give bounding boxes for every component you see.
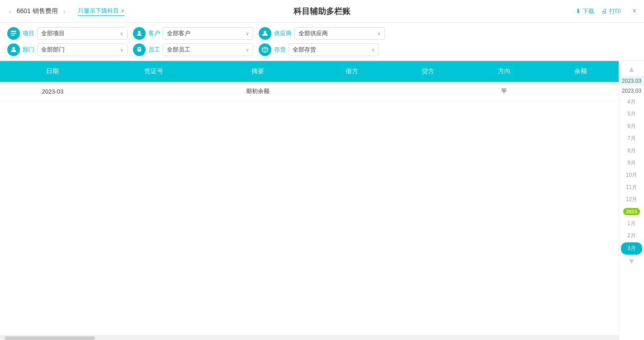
customer-icon: [133, 27, 146, 40]
col-voucher: 凭证号: [105, 61, 202, 82]
show-sub-label: 只显示下级科目: [78, 7, 119, 15]
main-content: 日期 凭证号 摘要 借方 贷方 方向 余额 2023-03: [0, 61, 644, 340]
filter-item-customer: 客户 全部客户 ∨: [133, 27, 253, 40]
col-debit: 借方: [313, 61, 390, 82]
filter-item-supplier: 供应商 全部供应商 ∨: [259, 27, 385, 40]
download-label: 下载: [582, 7, 594, 15]
timeline-month-9[interactable]: 9月: [619, 157, 644, 169]
project-label: 项目: [23, 29, 34, 38]
print-button[interactable]: 🖨 打印: [601, 7, 621, 15]
svg-rect-0: [11, 31, 16, 32]
project-icon: [7, 27, 20, 40]
main-window: ‹ 6601 销售费用 › 只显示下级科目 ∨ 科目辅助多栏账 ⬇ 下载 🖨 打…: [0, 0, 644, 340]
table-container[interactable]: 日期 凭证号 摘要 借方 贷方 方向 余额 2023-03: [0, 61, 619, 335]
show-sub-button[interactable]: 只显示下级科目 ∨: [78, 7, 124, 16]
filter-item-department: 部门 全部部门 ∨: [7, 43, 128, 56]
data-table: 日期 凭证号 摘要 借方 贷方 方向 余额 2023-03: [0, 61, 619, 101]
nav-prev-button[interactable]: ‹: [7, 7, 13, 16]
inventory-value: 全部存货: [293, 46, 316, 54]
department-label: 部门: [23, 46, 34, 54]
inventory-select[interactable]: 全部存货 ∨: [289, 43, 379, 56]
timeline-month-6[interactable]: 6月: [619, 120, 644, 132]
customer-select[interactable]: 全部客户 ∨: [163, 27, 253, 40]
inventory-label: 存货: [274, 46, 286, 54]
cell-debit: [313, 82, 390, 101]
svg-point-3: [264, 31, 266, 33]
supplier-select[interactable]: 全部供应商 ∨: [294, 27, 385, 40]
employee-value: 全部员工: [167, 46, 190, 54]
customer-value: 全部客户: [167, 29, 190, 38]
table-row: 2023-03 期初余额 平: [0, 82, 619, 101]
employee-icon: [133, 43, 146, 56]
department-chevron-icon: ∨: [120, 47, 123, 53]
timeline-month-1[interactable]: 1月: [619, 217, 644, 230]
svg-point-4: [12, 47, 15, 50]
customer-chevron-icon: ∨: [246, 31, 249, 37]
filter-row-2: 部门 全部部门 ∨ 员工 全部员工 ∨: [7, 43, 637, 56]
page-title: 科目辅助多栏账: [294, 6, 350, 17]
employee-chevron-icon: ∨: [246, 47, 249, 53]
period-label-1[interactable]: 2023.03: [619, 76, 644, 86]
supplier-value: 全部供应商: [298, 29, 328, 38]
supplier-label: 供应商: [274, 29, 292, 38]
project-chevron-icon: ∨: [120, 31, 123, 37]
filter-item-employee: 员工 全部员工 ∨: [133, 43, 253, 56]
svg-rect-1: [11, 33, 16, 34]
horizontal-scrollbar[interactable]: [0, 335, 619, 340]
timeline-month-4[interactable]: 4月: [619, 96, 644, 108]
filter-item-inventory: 存货 全部存货 ∨: [259, 43, 379, 56]
timeline-up-button[interactable]: ▲: [619, 63, 644, 76]
timeline-month-7[interactable]: 7月: [619, 132, 644, 145]
inventory-icon: [259, 43, 271, 56]
svg-rect-2: [11, 35, 14, 36]
timeline-month-8[interactable]: 8月: [619, 145, 644, 157]
cell-summary: 期初余额: [202, 82, 314, 101]
col-date: 日期: [0, 61, 105, 82]
timeline-month-2[interactable]: 2月: [619, 230, 644, 242]
timeline-sidebar: ▲ 2023.03 2023.03 4月 5月 6月 7月 8月 9月 10月 …: [619, 61, 644, 340]
cell-voucher: [105, 82, 202, 101]
filter-item-project: 项目 全部项目 ∨: [7, 27, 128, 40]
filter-row-1: 项目 全部项目 ∨ 客户 全部客户 ∨: [7, 27, 637, 40]
employee-label: 员工: [148, 46, 160, 54]
print-label: 打印: [609, 7, 621, 15]
table-header-row: 日期 凭证号 摘要 借方 贷方 方向 余额: [0, 61, 619, 82]
col-credit: 贷方: [390, 61, 466, 82]
close-button[interactable]: ×: [632, 6, 637, 16]
employee-select[interactable]: 全部员工 ∨: [163, 43, 253, 56]
supplier-icon: [259, 27, 271, 40]
col-direction: 方向: [466, 61, 543, 82]
col-summary: 摘要: [202, 61, 314, 82]
download-button[interactable]: ⬇ 下载: [576, 7, 594, 15]
department-select[interactable]: 全部部门 ∨: [37, 43, 128, 56]
filter-area: 项目 全部项目 ∨ 客户 全部客户 ∨: [0, 23, 644, 61]
department-value: 全部部门: [41, 46, 65, 54]
svg-rect-7: [138, 49, 140, 50]
nav-next-button[interactable]: ›: [62, 7, 67, 16]
project-select[interactable]: 全部项目 ∨: [37, 27, 128, 40]
scrollbar-thumb[interactable]: [5, 336, 95, 340]
timeline-month-10[interactable]: 10月: [619, 169, 644, 181]
year-badge: 2023: [623, 208, 639, 215]
account-code-label: 6601 销售费用: [17, 7, 58, 15]
title-bar-right: ⬇ 下载 🖨 打印 ×: [576, 6, 637, 16]
download-icon: ⬇: [576, 8, 581, 14]
cell-credit: [390, 82, 466, 101]
cell-direction: 平: [466, 82, 543, 101]
project-value: 全部项目: [41, 29, 65, 38]
timeline-down-button[interactable]: ▼: [619, 255, 644, 268]
svg-rect-6: [138, 48, 140, 49]
title-bar-left: ‹ 6601 销售费用 › 只显示下级科目 ∨: [7, 7, 124, 16]
timeline-month-11[interactable]: 11月: [619, 181, 644, 194]
customer-label: 客户: [148, 29, 160, 38]
period-label-2[interactable]: 2023.03: [619, 86, 644, 96]
print-icon: 🖨: [601, 8, 607, 14]
show-sub-arrow-icon: ∨: [121, 8, 124, 14]
cell-date: 2023-03: [0, 82, 105, 101]
timeline-month-3[interactable]: 3月: [621, 242, 642, 255]
department-icon: [7, 43, 20, 56]
inventory-chevron-icon: ∨: [371, 47, 375, 53]
timeline-month-12[interactable]: 12月: [619, 194, 644, 206]
cell-balance: [542, 82, 619, 101]
timeline-month-5[interactable]: 5月: [619, 108, 644, 120]
